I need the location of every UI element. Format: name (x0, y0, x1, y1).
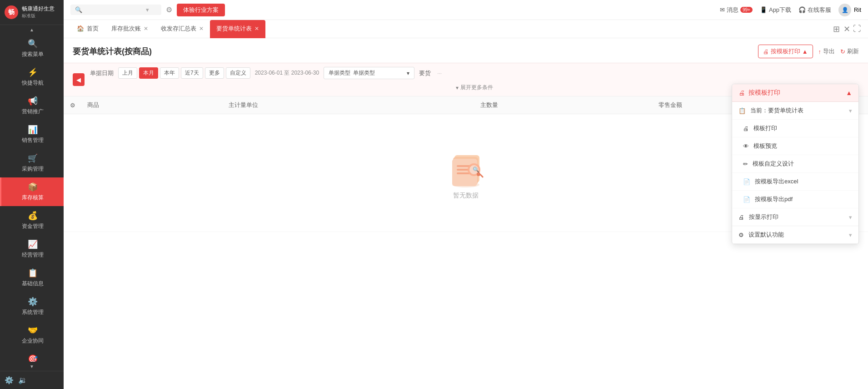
settings-icon[interactable]: ⚙️ (5, 376, 14, 384)
print-template-btn[interactable]: 🖨 按模板打印 ▲ (758, 45, 813, 58)
sidebar-scroll-up[interactable]: ▲ (0, 25, 64, 34)
window-close-btn[interactable]: ✕ (843, 24, 850, 34)
operations-icon: 📈 (28, 239, 38, 249)
page-header: 要货单统计表(按商品) 🖨 按模板打印 ▲ ↑ 导出 ↻ 刷新 (64, 38, 868, 63)
app-badge: 标准版 (22, 13, 55, 19)
sidebar-item-operations[interactable]: 📈 经营管理 (0, 235, 64, 263)
sidebar-nav: 🔍 搜索菜单 ⚡ 快捷导航 📢 营销推广 📊 销售管理 🛒 采购管理 📦 库存核… (0, 34, 64, 362)
sidebar-item-quick-nav[interactable]: ⚡ 快捷导航 (0, 63, 64, 91)
window-maximize-btn[interactable]: ⛶ (853, 24, 861, 34)
chevron-down-expand-icon: ▾ (456, 85, 459, 91)
sidebar-item-search-menu[interactable]: 🔍 搜索菜单 (0, 34, 64, 63)
dropdown-item-template-design[interactable]: ✏ 模板自定义设计 (732, 155, 858, 173)
date-btn-this-year[interactable]: 本年 (160, 67, 179, 79)
online-service-btn[interactable]: 🎧 在线客服 (798, 6, 831, 14)
template-print-label: 模板打印 (753, 124, 777, 132)
print-template-label: 按模板打印 (771, 47, 800, 56)
message-label: 消息 (727, 6, 738, 14)
app-download-btn[interactable]: 📱 App下载 (760, 6, 791, 14)
expand-more-label: 展开更多条件 (460, 84, 493, 91)
tab-close-order-stats[interactable]: ✕ (254, 25, 259, 32)
search-icon: 🔍 (75, 6, 82, 13)
dropdown-item-default-function[interactable]: ⚙ 设置默认功能 ▾ (732, 226, 858, 244)
current-template-arrow: ▾ (849, 107, 852, 114)
app-logo-icon: 畅 (5, 5, 18, 19)
template-pdf-icon: 📄 (743, 196, 750, 203)
search-input[interactable] (85, 7, 144, 13)
gear-icon[interactable]: ⚙ (166, 5, 172, 14)
message-badge: 99+ (740, 7, 753, 13)
sidebar-item-purchase[interactable]: 🛒 采购管理 (0, 149, 64, 177)
system-icon: ⚙️ (28, 297, 38, 307)
tab-bar: 🏠 首页 库存批次账 ✕ 收发存汇总表 ✕ 要货单统计表 ✕ ⊞ ✕ ⛶ (64, 20, 868, 38)
basic-info-icon: 📋 (28, 268, 38, 278)
message-icon: ✉ (720, 6, 725, 13)
speaker-icon[interactable]: 🔉 (18, 376, 27, 384)
sidebar-item-guide[interactable]: 🎯 新手引导 (0, 349, 64, 362)
date-range: 2023-06-01 至 2023-06-30 (255, 69, 319, 77)
tab-inventory-batch[interactable]: 库存批次账 ✕ (105, 20, 155, 38)
sidebar-item-label: 经营管理 (22, 251, 44, 259)
sidebar-logo: 畅 畅康通好生意 标准版 (0, 0, 64, 25)
dropdown-item-template-excel[interactable]: 📄 按模板导出excel (732, 173, 858, 191)
date-btn-last-month[interactable]: 上月 (118, 67, 137, 79)
date-btn-this-month[interactable]: 本月 (139, 67, 158, 79)
app-name-block: 畅康通好生意 标准版 (22, 5, 55, 19)
chevron-down-icon[interactable]: ▾ (146, 6, 149, 13)
tab-receipt-summary[interactable]: 收发存汇总表 ✕ (155, 20, 210, 38)
date-btn-more[interactable]: 更多 (205, 67, 224, 79)
dropdown-current-item[interactable]: 📋 当前：要货单统计表 ▾ (732, 102, 858, 120)
dropdown-item-template-print[interactable]: 🖨 模板打印 (732, 120, 858, 137)
quick-nav-icon: ⚡ (28, 67, 38, 77)
svg-rect-5 (457, 169, 469, 171)
dropdown-item-template-pdf[interactable]: 📄 按模板导出pdf (732, 191, 858, 208)
date-buttons: 上月 本月 本年 近7天 更多 自定义 (118, 67, 250, 79)
sidebar-item-enterprise[interactable]: 🤝 企业协同 (0, 321, 64, 349)
sidebar-item-finance[interactable]: 💰 资金管理 (0, 206, 64, 235)
svg-text:🔍: 🔍 (473, 166, 479, 173)
message-btn[interactable]: ✉ 消息 99+ (720, 6, 753, 14)
sidebar-item-sales[interactable]: 📊 销售管理 (0, 120, 64, 149)
order-type-select[interactable]: 单据类型 单据类型 ▾ (324, 67, 414, 79)
template-design-label: 模板自定义设计 (753, 160, 794, 168)
print-template-dropdown: 🖨 按模板打印 ▲ 📋 当前：要货单统计表 ▾ 🖨 模板打印 👁 模板预览 (732, 84, 859, 244)
sidebar-item-inventory[interactable]: 📦 库存核算 (0, 177, 64, 206)
sidebar-item-system[interactable]: ⚙️ 系统管理 (0, 292, 64, 321)
tab-close-receipt-summary[interactable]: ✕ (199, 25, 204, 32)
trial-btn[interactable]: 体验行业方案 (177, 4, 225, 16)
sidebar-item-marketing[interactable]: 📢 营销推广 (0, 91, 64, 120)
refresh-btn[interactable]: ↻ 刷新 (840, 47, 859, 56)
template-design-icon: ✏ (743, 161, 748, 167)
filter-collapse-btn[interactable]: ◀ (73, 73, 85, 86)
dropdown-chevron-icon[interactable]: ▲ (846, 89, 852, 96)
template-excel-label: 按模板导出excel (755, 177, 798, 186)
more-options-icon[interactable]: ··· (437, 70, 442, 76)
topbar: 🔍 ▾ ⚙ 体验行业方案 ✉ 消息 99+ 📱 App下载 🎧 在线客服 👤 R… (64, 0, 868, 20)
dropdown-item-display-print[interactable]: 🖨 按显示打印 ▾ (732, 208, 858, 226)
sidebar-scroll-down[interactable]: ▼ (0, 362, 64, 371)
sidebar-item-label: 营销推广 (22, 108, 44, 116)
svg-rect-11 (479, 174, 484, 178)
search-box[interactable]: 🔍 ▾ (70, 5, 161, 15)
goods-filter-label: 要货 (419, 69, 431, 77)
export-icon: ↑ (818, 48, 822, 55)
sidebar-item-label: 基础信息 (22, 280, 44, 288)
no-data-text: 暂无数据 (453, 192, 479, 200)
online-service-label: 在线客服 (808, 6, 831, 14)
export-btn[interactable]: ↑ 导出 (818, 47, 835, 56)
tab-home[interactable]: 🏠 首页 (70, 20, 105, 38)
tab-close-inventory-batch[interactable]: ✕ (144, 25, 148, 32)
settings-col-icon[interactable]: ⚙ (70, 102, 75, 109)
sidebar: 畅 畅康通好生意 标准版 ▲ 🔍 搜索菜单 ⚡ 快捷导航 📢 营销推广 📊 销售… (0, 0, 64, 389)
page-title: 要货单统计表(按商品) (73, 46, 152, 57)
purchase-icon: 🛒 (28, 153, 38, 163)
date-btn-7days[interactable]: 近7天 (181, 67, 203, 79)
date-btn-custom[interactable]: 自定义 (226, 67, 250, 79)
col-settings[interactable]: ⚙ (64, 96, 82, 114)
dropdown-item-template-preview[interactable]: 👁 模板预览 (732, 137, 858, 155)
user-info[interactable]: 👤 Rit (838, 4, 861, 16)
tab-expand-btn[interactable]: ⊞ (833, 24, 840, 34)
sidebar-item-basic-info[interactable]: 📋 基础信息 (0, 263, 64, 292)
tab-label: 要货单统计表 (216, 25, 252, 33)
tab-order-stats[interactable]: 要货单统计表 ✕ (210, 20, 265, 38)
